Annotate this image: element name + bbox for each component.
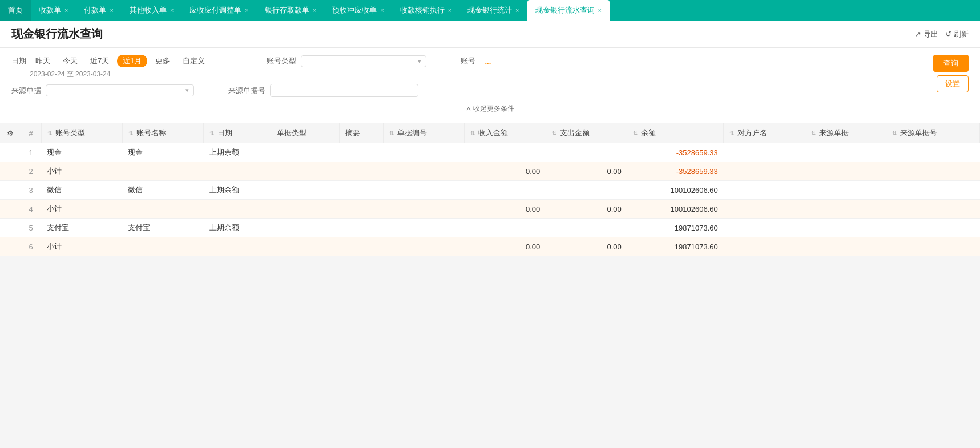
cell-account-name: 微信 [122,181,203,200]
cell-balance: 19871073.60 [627,237,724,256]
cell-expense: 0.00 [546,237,627,256]
cell-expense: 0.00 [546,162,627,181]
query-button[interactable]: 查询 [933,55,969,72]
date-option-昨天[interactable]: 昨天 [31,55,55,67]
nav-close-cash-bank-stats[interactable]: × [515,0,519,21]
cell-source-doc [805,219,886,237]
cell-balance: 100102606.60 [627,200,724,219]
col-num: # [21,123,41,143]
source-doc-no-input[interactable] [270,84,418,97]
nav-close-receivable-adjust[interactable]: × [245,0,248,21]
cell-doc-no [383,143,464,162]
nav-item-payments[interactable]: 付款单× [76,0,121,21]
cell-settings [0,181,21,200]
cell-account-name [122,200,203,219]
cell-date [204,162,271,181]
cell-income: 0.00 [465,162,546,181]
nav-close-other-income[interactable]: × [170,0,174,21]
cell-doc-no [383,219,464,237]
nav-item-receipts[interactable]: 收款单× [31,0,76,21]
cell-summary [339,162,383,181]
header-actions: ↗ 导出 ↺ 刷新 [915,29,969,39]
cell-summary [339,181,383,200]
filter-actions: 查询 设置 [922,55,969,92]
nav-close-collection-exec[interactable]: × [448,0,451,21]
table-row: 1现金现金上期余额-3528659.33 [0,143,980,162]
nav-item-collection-exec[interactable]: 收款核销执行× [392,0,459,21]
col-date[interactable]: ⇅日期 [204,123,271,143]
filter-area: 日期 昨天今天近7天近1月更多自定义 账号类型 ▾ 账号 ... [0,48,980,123]
cell-num: 3 [21,181,41,200]
cell-doc-type [271,219,340,237]
nav-close-advance-offset[interactable]: × [380,0,384,21]
account-dots-button[interactable]: ... [480,55,495,67]
nav-item-other-income[interactable]: 其他收入单× [122,0,182,21]
nav-close-bank-deposit[interactable]: × [313,0,316,21]
col-account-name[interactable]: ⇅账号名称 [122,123,203,143]
date-option-近7天[interactable]: 近7天 [86,55,114,67]
nav-item-receivable-adjust[interactable]: 应收应付调整单× [182,0,256,21]
source-doc-select[interactable]: ▾ [46,84,194,96]
col-income[interactable]: ⇅收入金额 [465,123,546,143]
cell-doc-no [383,200,464,219]
refresh-button[interactable]: ↺ 刷新 [945,29,969,39]
nav-close-receipts[interactable]: × [64,0,68,21]
col-summary: 摘要 [339,123,383,143]
cell-doc-type [271,162,340,181]
date-option-近1月[interactable]: 近1月 [117,55,147,67]
settings-button[interactable]: 设置 [937,75,969,92]
cell-counterpart [724,219,805,237]
table-header-row: ⚙ # ⇅账号类型 ⇅账号名称 ⇅日期 单据类型 摘要 [0,123,980,143]
cell-account-name: 支付宝 [122,219,203,237]
cell-settings [0,162,21,181]
chevron-down-icon-2: ▾ [185,87,189,94]
cell-date [204,237,271,256]
nav-item-cash-bank-flow[interactable]: 现金银行流水查询× [527,0,610,21]
table-row: 6小计0.000.0019871073.60 [0,237,980,256]
account-type-select[interactable]: ▾ [301,55,426,67]
gear-icon[interactable]: ⚙ [7,129,14,138]
cell-expense: 0.00 [546,200,627,219]
cell-source-doc [805,237,886,256]
table-row: 5支付宝支付宝上期余额19871073.60 [0,219,980,237]
col-doc-no[interactable]: ⇅单据编号 [383,123,464,143]
cell-account-type: 小计 [41,200,122,219]
col-source-doc[interactable]: ⇅来源单据 [805,123,886,143]
cell-num: 5 [21,219,41,237]
cell-source-doc [805,162,886,181]
col-settings[interactable]: ⚙ [0,123,21,143]
cell-account-name [122,237,203,256]
cell-expense [546,181,627,200]
cell-num: 4 [21,200,41,219]
cell-settings [0,200,21,219]
nav-close-payments[interactable]: × [110,0,113,21]
nav-item-advance-offset[interactable]: 预收冲应收单× [324,0,392,21]
col-expense[interactable]: ⇅支出金额 [546,123,627,143]
col-balance[interactable]: ⇅余额 [627,123,724,143]
nav-item-cash-bank-stats[interactable]: 现金银行统计× [459,0,527,21]
cell-doc-type [271,143,340,162]
table-row: 4小计0.000.00100102606.60 [0,200,980,219]
source-doc-label: 来源单据 [11,86,41,96]
nav-item-bank-deposit[interactable]: 银行存取款单× [257,0,324,21]
account-type-label: 账号类型 [267,56,296,66]
cell-settings [0,219,21,237]
col-source-doc-no[interactable]: ⇅来源单据号 [886,123,980,143]
date-option-更多[interactable]: 更多 [151,55,175,67]
col-counterpart[interactable]: ⇅对方户名 [724,123,805,143]
nav-close-cash-bank-flow[interactable]: × [598,0,602,21]
cell-source-doc-no [886,219,980,237]
cell-summary [339,237,383,256]
export-button[interactable]: ↗ 导出 [915,29,938,39]
collapse-bar[interactable]: ∧ 收起更多条件 [11,102,969,116]
data-table: ⚙ # ⇅账号类型 ⇅账号名称 ⇅日期 单据类型 摘要 [0,123,980,256]
cell-counterpart [724,181,805,200]
date-option-今天[interactable]: 今天 [58,55,82,67]
cell-account-type: 现金 [41,143,122,162]
cell-balance: 100102606.60 [627,181,724,200]
cell-counterpart [724,200,805,219]
col-account-type[interactable]: ⇅账号类型 [41,123,122,143]
date-option-自定义[interactable]: 自定义 [178,55,209,67]
cell-expense [546,143,627,162]
nav-item-home[interactable]: 首页 [0,0,31,21]
